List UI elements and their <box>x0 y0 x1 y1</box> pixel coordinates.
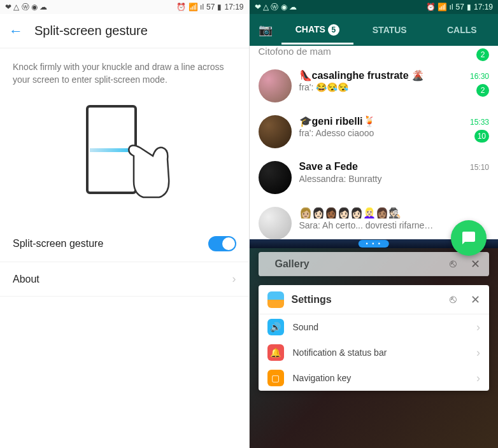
avatar[interactable] <box>259 69 292 102</box>
chat-preview: fra': Adesso ciaooo <box>299 128 374 138</box>
chat-item[interactable]: Save a Fede15:10 Alessandra: Bunratty <box>250 155 499 200</box>
header: ← Split-screen gesture <box>0 14 249 48</box>
camera-icon[interactable]: 📷 <box>250 23 281 37</box>
status-right-right: ⏰ 📶 ıl 57▮ 17:19 <box>426 3 493 11</box>
toggle-row[interactable]: Split-screen gesture <box>0 226 249 262</box>
recent-app-settings[interactable]: Settings ⎋✕ 🔊 Sound › 🔔 Notification & s… <box>259 285 490 391</box>
chat-preview: Alessandra: Bunratty <box>299 174 490 184</box>
gallery-label: Gallery <box>275 258 443 270</box>
chat-list[interactable]: Citofono de mam2 👠casalinghe frustrate 🌋… <box>250 46 499 239</box>
toggle-switch[interactable] <box>208 236 236 251</box>
settings-item-notification[interactable]: 🔔 Notification & status bar › <box>259 340 490 365</box>
toggle-label: Split-screen gesture <box>13 238 103 249</box>
avatar[interactable] <box>259 115 292 148</box>
close-icon[interactable]: ✕ <box>471 293 480 307</box>
avatar[interactable] <box>259 207 292 239</box>
settings-label: Settings <box>292 294 443 305</box>
chat-item[interactable]: 🎓geni ribelli🍹15:33 fra': Adesso ciaooo1… <box>250 109 499 155</box>
chevron-right-icon: › <box>476 321 480 334</box>
chat-preview: fra': 😂😪😪 <box>299 82 349 92</box>
unread-badge: 10 <box>474 130 489 143</box>
status-right-left: ⏰ 📶 ıl 57▮ 17:19 <box>176 3 243 11</box>
avatar[interactable] <box>259 161 292 194</box>
status-bar-right: ❤ △ ⓦ ◉ ☁ ⏰ 📶 ıl 57▮ 17:19 <box>250 0 499 14</box>
recent-apps-panel[interactable]: Gallery ⎋✕ Settings ⎋✕ 🔊 Sound › 🔔 Notif… <box>250 248 499 448</box>
navigation-icon: ▢ <box>267 370 284 386</box>
chevron-right-icon: › <box>476 372 480 385</box>
about-label: About <box>13 274 39 285</box>
tab-bar: 📷 CHATS5 STATUS CALLS <box>250 14 499 46</box>
gesture-illustration <box>0 92 249 226</box>
lock-icon[interactable]: ⎋ <box>450 293 457 307</box>
chat-name: 👩🏼👩🏻👩🏾👩🏻👩🏻👱🏻‍♀️👩🏽🕵🏻 <box>299 207 401 219</box>
recent-app-settings-header[interactable]: Settings ⎋✕ <box>259 285 490 314</box>
hand-icon <box>124 134 181 204</box>
sound-icon: 🔊 <box>267 319 284 335</box>
tab-status[interactable]: STATUS <box>353 16 426 44</box>
back-arrow-icon[interactable]: ← <box>9 23 23 39</box>
unread-badge: 2 <box>476 84 489 97</box>
chat-name: 👠casalinghe frustrate 🌋 <box>299 69 425 81</box>
close-icon[interactable]: ✕ <box>471 257 480 271</box>
new-chat-fab[interactable] <box>451 220 487 256</box>
chats-count-badge: 5 <box>328 24 339 36</box>
status-bar-left: ❤ △ ⓦ ◉ ☁ ⏰ 📶 ıl 57▮ 17:19 <box>0 0 249 14</box>
recent-app-gallery-header[interactable]: Gallery ⎋✕ <box>259 252 490 276</box>
chevron-right-icon: › <box>476 346 480 360</box>
chat-name: Save a Fede <box>299 161 359 172</box>
chat-item[interactable]: 👠casalinghe frustrate 🌋16:30 fra': 😂😪😪2 <box>250 63 499 109</box>
chat-time: 16:30 <box>470 72 489 81</box>
chat-time: 15:33 <box>470 118 489 127</box>
status-icons-right: ❤ △ ⓦ ◉ ☁ <box>255 2 297 13</box>
chat-partial-top[interactable]: Citofono de mam2 <box>250 46 499 63</box>
settings-item-navigation[interactable]: ▢ Navigation key › <box>259 365 490 391</box>
settings-icon <box>267 291 284 308</box>
lock-icon[interactable]: ⎋ <box>450 257 457 271</box>
chat-time: 15:10 <box>470 163 489 172</box>
status-icons-left: ❤ △ ⓦ ◉ ☁ <box>5 2 47 13</box>
description-text: Knock firmly with your knuckle and draw … <box>0 48 249 92</box>
tab-calls[interactable]: CALLS <box>426 16 499 44</box>
chat-name: 🎓geni ribelli🍹 <box>299 115 376 127</box>
settings-item-sound[interactable]: 🔊 Sound › <box>259 314 490 340</box>
chat-icon <box>461 230 476 246</box>
about-row[interactable]: About › <box>0 262 249 297</box>
page-title: Split-screen gesture <box>34 24 148 38</box>
notification-icon: 🔔 <box>267 344 284 361</box>
chevron-right-icon: › <box>232 272 236 286</box>
tab-chats[interactable]: CHATS5 <box>281 15 354 45</box>
